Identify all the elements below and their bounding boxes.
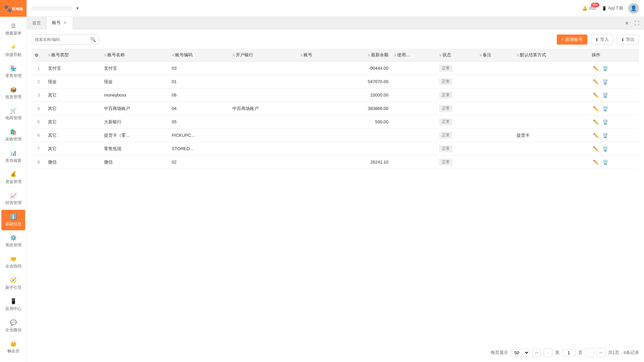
- cell-usage: [391, 88, 436, 102]
- tab-close-action[interactable]: ✕: [623, 19, 631, 27]
- tab-expand-action[interactable]: ⛶: [633, 19, 641, 27]
- edit-button[interactable]: ✏️: [592, 65, 600, 72]
- sidebar-item-wholesale[interactable]: 📦批发管理: [1, 83, 25, 103]
- sidebar-label-app-center: 应用中心: [5, 306, 21, 312]
- cell-bank: [230, 156, 298, 169]
- sidebar-item-purchase[interactable]: 🛍️采购管理: [1, 125, 25, 145]
- col-type[interactable]: ⇅账号类型: [45, 49, 101, 62]
- page-last-button[interactable]: ⏭: [597, 348, 605, 357]
- col-name[interactable]: ⇅账号名称: [101, 49, 169, 62]
- sidebar-item-operation[interactable]: 📈经营管理: [1, 189, 25, 209]
- table-row: 5 其它 大新银行 05 500.00 正常 ✏️ 🗑️: [32, 115, 639, 129]
- col-bank[interactable]: ⇅开户银行: [230, 49, 298, 62]
- col-account[interactable]: ⇅账号: [298, 49, 335, 62]
- page-input[interactable]: [562, 349, 576, 356]
- cell-name: 提货卡（零...: [101, 129, 169, 142]
- search-input[interactable]: [35, 37, 90, 42]
- cell-code: PICKUPC...: [169, 129, 230, 142]
- delete-button[interactable]: 🗑️: [601, 92, 609, 99]
- sidebar-item-finance[interactable]: 💰资金管理: [1, 167, 25, 188]
- topbar: ▼ 🔔 消息 99+ 📱 App下载 👤: [27, 0, 644, 17]
- tab-account-close[interactable]: ✕: [63, 20, 67, 25]
- delete-button[interactable]: 🗑️: [601, 78, 609, 85]
- cell-num: 4: [32, 102, 45, 115]
- cell-balance: [335, 129, 391, 142]
- page-first-button[interactable]: ⏮: [532, 348, 541, 357]
- topbar-left: ▼: [32, 6, 79, 11]
- cell-action: ✏️ 🗑️: [589, 88, 639, 102]
- edit-button[interactable]: ✏️: [592, 119, 600, 125]
- sidebar-item-company[interactable]: 🤝企业协同: [1, 252, 25, 273]
- page-size-label: 每页显示: [491, 350, 508, 356]
- message-button[interactable]: 🔔 消息 99+: [582, 5, 597, 11]
- sidebar-item-retail[interactable]: 🏪零售管理: [1, 61, 25, 82]
- sidebar-item-ecommerce[interactable]: 🛒电商管理: [1, 104, 25, 124]
- col-usage[interactable]: ⇅使用...: [391, 49, 436, 62]
- edit-button[interactable]: ✏️: [592, 145, 600, 152]
- cell-code: STORED...: [169, 142, 230, 156]
- topbar-search[interactable]: [32, 7, 72, 10]
- export-button[interactable]: ⬇ 导出: [616, 35, 639, 45]
- sidebar-icon-wholesale: 📦: [10, 86, 17, 94]
- tab-account[interactable]: 账号 ✕: [47, 17, 73, 29]
- cell-default-payment: [514, 142, 589, 156]
- sidebar-item-basic[interactable]: ℹ️基础信息: [1, 210, 25, 230]
- col-balance[interactable]: ⇅最新余额: [335, 49, 391, 62]
- edit-button[interactable]: ✏️: [592, 105, 600, 112]
- cell-status: 正常: [436, 115, 477, 129]
- app-download-button[interactable]: 📱 App下载: [602, 5, 623, 11]
- avatar[interactable]: 👤: [628, 3, 639, 14]
- page-prev-button[interactable]: ‹: [544, 348, 552, 357]
- cell-account: [298, 142, 335, 156]
- sidebar-item-guide[interactable]: 🧭新手引导: [1, 273, 25, 294]
- cell-bank: 中百商场账户: [230, 102, 298, 115]
- delete-button[interactable]: 🗑️: [601, 132, 609, 139]
- cell-status: 正常: [436, 102, 477, 115]
- sidebar-label-guide: 新手引导: [5, 285, 21, 291]
- delete-button[interactable]: 🗑️: [601, 159, 609, 166]
- edit-button[interactable]: ✏️: [592, 132, 600, 139]
- sidebar-label-purchase: 采购管理: [5, 136, 21, 142]
- sidebar-item-system[interactable]: ⚙️系统管理: [1, 231, 25, 251]
- cell-default-payment: [514, 115, 589, 129]
- edit-button[interactable]: ✏️: [592, 78, 600, 85]
- cell-status: 正常: [436, 88, 477, 102]
- cell-balance: 10000.00: [335, 88, 391, 102]
- col-gear[interactable]: ⚙: [32, 49, 45, 62]
- edit-button[interactable]: ✏️: [592, 92, 600, 99]
- sidebar-item-quick-nav[interactable]: ⚡快捷导航: [1, 40, 25, 61]
- col-action: 操作: [589, 49, 639, 62]
- page-size-select[interactable]: 50 100 200: [511, 349, 530, 357]
- pagination: 每页显示 50 100 200 ⏮ ‹ 第 页 › ⏭ 共1页，8条记录: [32, 345, 639, 357]
- page-total-label: 页: [578, 350, 583, 356]
- table-row: 7 其它 零售抵现 STORED... 正常 ✏️ 🗑️: [32, 142, 639, 156]
- cell-name: 现金: [101, 75, 169, 88]
- cell-type: 其它: [45, 115, 101, 129]
- col-status[interactable]: ⇅状态: [436, 49, 477, 62]
- add-account-button[interactable]: + 新增账号: [557, 35, 587, 45]
- tab-home[interactable]: 首页: [27, 17, 47, 29]
- sidebar-item-app-center[interactable]: 📱应用中心: [1, 294, 25, 315]
- page-next-button[interactable]: ›: [585, 348, 594, 357]
- import-button[interactable]: ⬆ 导入: [591, 35, 613, 45]
- toolbar-left: 🔍: [32, 35, 99, 45]
- col-note[interactable]: ⇅备注: [477, 49, 514, 62]
- delete-button[interactable]: 🗑️: [601, 105, 609, 112]
- col-code[interactable]: ⇅账号编码: [169, 49, 230, 62]
- delete-button[interactable]: 🗑️: [601, 65, 609, 72]
- col-default-payment[interactable]: ⇅默认结算方式: [514, 49, 589, 62]
- main-area: ▼ 🔔 消息 99+ 📱 App下载 👤 首页 账号 ✕: [27, 0, 644, 362]
- cell-code: 03: [169, 62, 230, 75]
- search-icon: 🔍: [90, 37, 96, 42]
- sidebar-item-member[interactable]: 👑畅会员: [1, 337, 25, 357]
- delete-button[interactable]: 🗑️: [601, 119, 609, 125]
- page-label: 第: [555, 350, 559, 356]
- delete-button[interactable]: 🗑️: [601, 145, 609, 152]
- topbar-dropdown[interactable]: ▼: [75, 6, 79, 11]
- sidebar-label-retail: 零售管理: [5, 73, 21, 79]
- sidebar-item-wechat[interactable]: 💬企业微信: [1, 316, 25, 336]
- sidebar-item-inventory[interactable]: 📊库存核算: [1, 146, 25, 167]
- logo-text: 旺销版: [12, 6, 23, 11]
- edit-button[interactable]: ✏️: [592, 159, 600, 166]
- sidebar-item-search-menu[interactable]: ☰搜索菜单: [1, 19, 25, 40]
